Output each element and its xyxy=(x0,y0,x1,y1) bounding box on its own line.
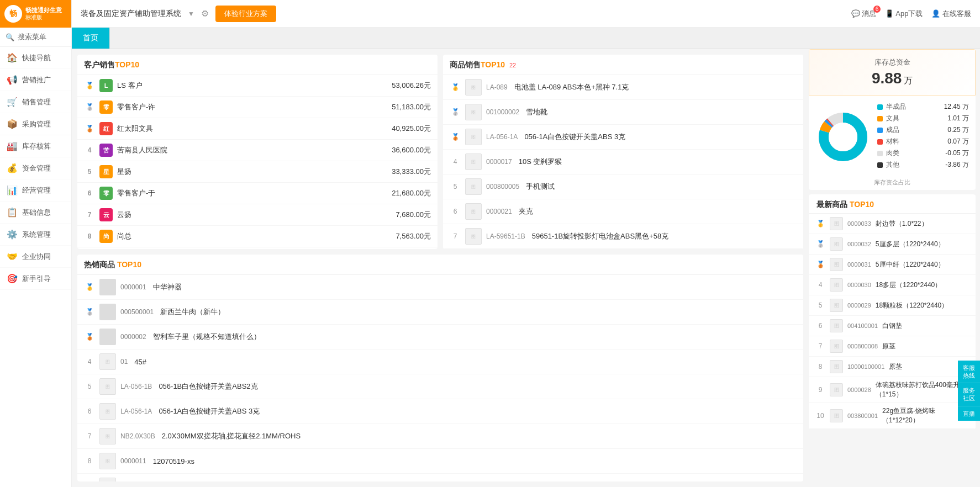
sidebar-item-operations[interactable]: 📊 经营管理 xyxy=(0,179,71,202)
new-product-item[interactable]: 🥇 图 0000033 封边带（1.0*22） xyxy=(809,214,976,234)
inventory-chart-label: 库存资金占比 xyxy=(809,178,976,190)
product-name: 电池盖 LA-089 ABS本色+黑种 7.1克 xyxy=(514,82,797,92)
rank-number: 9 xyxy=(815,386,825,394)
product-name: 056-1A白色按键开关盖ABS 3克 xyxy=(159,406,797,416)
hot-product-item[interactable]: 4 图 01 45# xyxy=(77,350,803,374)
customer-avatar: L xyxy=(99,79,113,92)
customer-avatar: 云 xyxy=(99,208,113,221)
rank-number: 🥉 xyxy=(84,333,95,341)
product-image: 图 xyxy=(99,378,116,395)
product-sales-item[interactable]: 🥇 图 LA-089 电池盖 LA-089 ABS本色+黑种 7.1克 xyxy=(443,75,803,100)
new-product-item[interactable]: 7 图 000800008 原茎 xyxy=(809,336,976,357)
rank-number: 🥈 xyxy=(84,103,95,111)
hot-product-item[interactable]: 5 图 LA-056-1B 056-1B白色按键开关盖ABS2克 xyxy=(77,374,803,399)
sidebar-item-sales[interactable]: 🛒 销售管理 xyxy=(0,91,71,113)
sidebar-item-base-info[interactable]: 📋 基础信息 xyxy=(0,202,71,224)
topbar-gear-icon[interactable]: ⚙ xyxy=(201,8,209,19)
customer-list-item[interactable]: 8 尚 尚总 7,563.00元 xyxy=(77,226,438,247)
hot-product-item[interactable]: 7 图 NB2.0X30B 2.0X30MM双搓花轴,搓花直径2.1MM/ROH… xyxy=(77,424,803,449)
sys-icon: ⚙️ xyxy=(7,229,18,240)
finance-icon: 💰 xyxy=(7,163,18,173)
product-sales-item[interactable]: 🥈 图 001000002 雪地靴 xyxy=(443,100,803,125)
legend-dot-cyan xyxy=(877,104,883,110)
live-btn[interactable]: 直播 xyxy=(958,406,980,421)
customer-list-item[interactable]: 6 零 零售客户-于 21,680.00元 xyxy=(77,183,438,204)
online-service[interactable]: 👤 在线客服 xyxy=(931,9,971,19)
new-product-item[interactable]: 10 图 003800001 22g鱼豆腐-烧烤味（1*12*20） xyxy=(809,403,976,429)
new-product-item[interactable]: 4 图 0000030 18多层（1220*2440） xyxy=(809,275,976,295)
float-buttons: 客服热线 服务社区 直播 xyxy=(958,361,980,421)
product-sales-item[interactable]: 5 图 000800005 手机测试 xyxy=(443,174,803,199)
customer-avatar: 红 xyxy=(99,122,113,135)
new-product-item[interactable]: 🥈 图 0000032 5厘多层（1220*2440） xyxy=(809,234,976,255)
rank-number: 🥇 xyxy=(450,83,461,91)
nav-label: 资金管理 xyxy=(22,163,51,173)
notifications[interactable]: 💬 消息 6 xyxy=(851,9,877,19)
app-download[interactable]: 📱 App下载 xyxy=(885,9,923,19)
search-menu[interactable]: 🔍 搜索菜单 xyxy=(0,28,71,47)
product-sales-item[interactable]: 6 图 0000021 夹克 xyxy=(443,199,803,224)
sidebar-item-corp-collab[interactable]: 🤝 企业协同 xyxy=(0,246,71,268)
hot-product-item[interactable]: 🥈 000500001 新西兰牛肉（新牛） xyxy=(77,300,803,325)
new-product-item[interactable]: 8 图 10000100001 原茎 xyxy=(809,357,976,377)
inventory-unit: 万 xyxy=(904,76,913,85)
product-code: LA-089 xyxy=(486,83,508,91)
sidebar-item-marketing[interactable]: 📢 营销推广 xyxy=(0,69,71,91)
product-name: 中华神器 xyxy=(153,282,797,292)
product-sales-item[interactable]: 🥉 图 LA-056-1A 056-1A白色按键开关盖ABS 3克 xyxy=(443,125,803,150)
customer-list-item[interactable]: 🥈 零 零售客户-许 51,183.00元 xyxy=(77,97,438,118)
product-image: 图 xyxy=(465,129,482,145)
legend-dot-orange xyxy=(877,116,883,121)
svg-point-5 xyxy=(829,123,857,151)
sidebar-item-purchase[interactable]: 📦 采购管理 xyxy=(0,113,71,135)
product-image: 图 xyxy=(465,153,482,170)
trial-button[interactable]: 体验行业方案 xyxy=(215,6,276,22)
new-product-item[interactable]: 🥉 图 0000031 5厘中纤（1220*2440） xyxy=(809,255,976,275)
customer-value: 36,600.00元 xyxy=(392,145,431,155)
topbar-right: 💬 消息 6 📱 App下载 👤 在线客服 xyxy=(851,9,971,19)
new-product-item[interactable]: 5 图 0000029 18颗粒板（1220*2440） xyxy=(809,295,976,316)
customer-list-item[interactable]: 7 云 云扬 7,680.00元 xyxy=(77,204,438,226)
customer-list-item[interactable]: 🥇 L LS 客户 53,006.26元 xyxy=(77,75,438,97)
customer-name: LS 客户 xyxy=(117,81,387,91)
product-name: 手机测试 xyxy=(526,182,797,192)
hot-product-item[interactable]: 8 图 0000011 12070519-xs xyxy=(77,449,803,474)
product-code: 003800001 xyxy=(847,412,878,419)
inventory-label: 库存总资金 xyxy=(817,57,967,67)
product-name: 5厘中纤（1220*2440） xyxy=(876,260,969,269)
sidebar-item-finance[interactable]: 💰 资金管理 xyxy=(0,157,71,179)
rank-number: 5 xyxy=(84,383,95,390)
customer-list-item[interactable]: 🥉 红 红太阳文具 40,925.00元 xyxy=(77,118,438,140)
product-sales-item[interactable]: 7 图 LA-59651-1B 59651-1B旋转投影灯电池盒ABS黑色+58… xyxy=(443,224,803,249)
rank-number: 7 xyxy=(84,432,95,440)
product-image xyxy=(99,279,116,295)
hot-product-item[interactable]: 🥉 0000002 智利车子里（规格不知道填什么） xyxy=(77,325,803,350)
sidebar-item-sys-mgmt[interactable]: ⚙️ 系统管理 xyxy=(0,224,71,246)
inventory-icon: 🏭 xyxy=(7,141,18,151)
rank-number: 5 xyxy=(84,168,95,176)
product-sales-item[interactable]: 4 图 0000017 10S 变刹罗猴 xyxy=(443,150,803,174)
customer-service-btn[interactable]: 客服热线 xyxy=(958,361,980,384)
hot-product-item[interactable]: 9 图 KK-SD22110H 花语萌恒温分离睡袋（厚款） xyxy=(77,474,803,481)
customer-avatar: 零 xyxy=(99,187,113,200)
customer-list-item[interactable]: 5 星 星扬 33,333.00元 xyxy=(77,161,438,183)
topbar-dropdown-icon[interactable]: ▼ xyxy=(188,10,194,18)
sidebar-item-inventory[interactable]: 🏭 库存核算 xyxy=(0,135,71,157)
customer-name: 云扬 xyxy=(117,210,391,220)
hot-product-item[interactable]: 6 图 LA-056-1A 056-1A白色按键开关盖ABS 3克 xyxy=(77,399,803,424)
purchase-icon: 📦 xyxy=(7,119,18,129)
sidebar: 畅 畅捷通好生意 标准版 🔍 搜索菜单 🏠 快捷导航 📢 营销推广 🛒 销售管理… xyxy=(0,0,72,487)
hot-product-item[interactable]: 🥇 0000001 中华神器 xyxy=(77,275,803,300)
customer-list-item[interactable]: 4 苦 苦南县人民医院 36,600.00元 xyxy=(77,140,438,161)
operations-icon: 📊 xyxy=(7,185,18,195)
inventory-value-row: 9.88 万 xyxy=(817,70,967,87)
rank-number: 🥇 xyxy=(815,220,825,227)
tab-home[interactable]: 首页 xyxy=(72,28,110,49)
product-name: 056-1B白色按键开关盖ABS2克 xyxy=(159,382,797,391)
new-product-item[interactable]: 6 图 004100001 白钢垫 xyxy=(809,316,976,336)
sidebar-item-quick-nav[interactable]: 🏠 快捷导航 xyxy=(0,47,71,69)
sidebar-item-guide[interactable]: 🎯 新手引导 xyxy=(0,268,71,290)
new-product-item[interactable]: 9 图 0000028 体碗荔枝味苏打饮品400毫升（1*15） xyxy=(809,377,976,403)
product-image: 图 xyxy=(830,278,843,292)
service-community-btn[interactable]: 服务社区 xyxy=(958,383,980,406)
